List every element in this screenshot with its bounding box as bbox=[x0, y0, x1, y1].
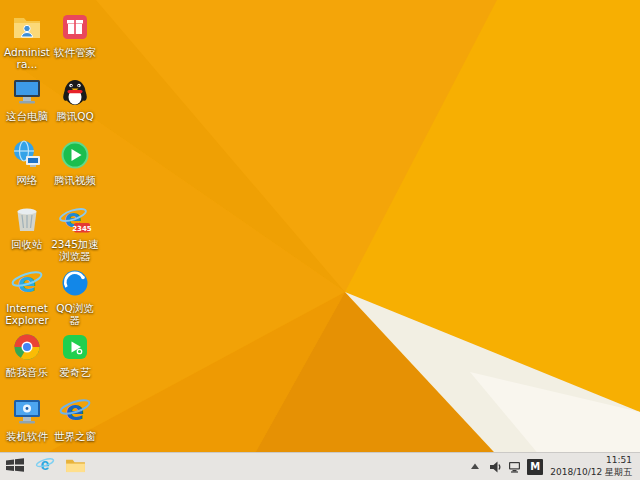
desktop-icon-administrator[interactable]: Administra... bbox=[3, 10, 51, 70]
start-button[interactable] bbox=[0, 453, 30, 480]
desktop-icon-pc-software[interactable]: 装机软件 bbox=[3, 394, 51, 442]
internet-explorer-icon: e bbox=[10, 266, 44, 300]
icon-label: 软件管家 bbox=[51, 46, 99, 58]
icon-label: 世界之窗 bbox=[51, 430, 99, 442]
desktop-icon-internet-explorer[interactable]: e Internet Explorer bbox=[3, 266, 51, 326]
desktop-icon-world-window[interactable]: e 世界之窗 bbox=[51, 394, 99, 442]
world-window-icon: e bbox=[58, 394, 92, 428]
taskbar-clock[interactable]: 11:51 2018/10/12 星期五 bbox=[547, 455, 635, 478]
icon-label: 装机软件 bbox=[3, 430, 51, 442]
windows-logo-icon bbox=[6, 458, 24, 475]
qq-browser-icon bbox=[58, 266, 92, 300]
taskbar-file-explorer-button[interactable] bbox=[60, 453, 90, 480]
icon-label: 这台电脑 bbox=[3, 110, 51, 122]
taskbar-internet-explorer-button[interactable]: e bbox=[30, 453, 60, 480]
folder-icon bbox=[65, 457, 86, 477]
icon-label: 2345加速浏览器 bbox=[51, 238, 99, 262]
tencent-video-icon bbox=[58, 138, 92, 172]
desktop-icon-music[interactable]: 酷我音乐 bbox=[3, 330, 51, 378]
icon-label: 爱奇艺 bbox=[51, 366, 99, 378]
desktop-icon-2345-browser[interactable]: e 2345 2345加速浏览器 bbox=[51, 202, 99, 262]
iqiyi-icon bbox=[58, 330, 92, 364]
icon-label: Internet Explorer bbox=[3, 302, 51, 326]
desktop-icon-tencent-video[interactable]: 腾讯视频 bbox=[51, 138, 99, 186]
network-icon bbox=[10, 138, 44, 172]
desktop-icon-network[interactable]: 网络 bbox=[3, 138, 51, 186]
hidden-icons-chevron[interactable] bbox=[467, 458, 483, 476]
user-files-icon bbox=[10, 10, 44, 44]
desktop-icon-iqiyi[interactable]: 爱奇艺 bbox=[51, 330, 99, 378]
recycle-bin-icon bbox=[10, 202, 44, 236]
desktop-screen: Administra... 这台电脑 网络 bbox=[0, 0, 640, 480]
icon-label: 酷我音乐 bbox=[3, 366, 51, 378]
clock-time: 11:51 bbox=[550, 455, 632, 466]
desktop-icon-qq-browser[interactable]: QQ浏览器 bbox=[51, 266, 99, 326]
input-method-indicator[interactable]: M bbox=[527, 459, 543, 475]
system-tray: M 11:51 2018/10/12 星期五 bbox=[467, 453, 640, 480]
desktop-icon-recycle-bin[interactable]: 回收站 bbox=[3, 202, 51, 250]
tencent-qq-icon bbox=[58, 74, 92, 108]
icon-label: 网络 bbox=[3, 174, 51, 186]
icon-label: Administra... bbox=[3, 46, 51, 70]
icon-label: 回收站 bbox=[3, 238, 51, 250]
music-pinwheel-icon bbox=[10, 330, 44, 364]
desktop-icon-this-pc[interactable]: 这台电脑 bbox=[3, 74, 51, 122]
volume-icon[interactable] bbox=[487, 458, 503, 476]
software-manager-icon bbox=[58, 10, 92, 44]
desktop-icon-software-manager[interactable]: 软件管家 bbox=[51, 10, 99, 58]
desktop-icon-tencent-qq[interactable]: 腾讯QQ bbox=[51, 74, 99, 122]
svg-text:2345: 2345 bbox=[72, 225, 92, 233]
this-pc-icon bbox=[10, 74, 44, 108]
icon-label: 腾讯视频 bbox=[51, 174, 99, 186]
taskbar-left: e bbox=[0, 453, 90, 480]
internet-explorer-icon: e bbox=[35, 455, 55, 478]
pc-software-icon bbox=[10, 394, 44, 428]
icon-label: QQ浏览器 bbox=[51, 302, 99, 326]
taskbar: e bbox=[0, 452, 640, 480]
network-icon[interactable] bbox=[507, 458, 523, 476]
clock-date: 2018/10/12 星期五 bbox=[550, 467, 632, 478]
2345-browser-icon: e 2345 bbox=[58, 202, 92, 236]
icon-label: 腾讯QQ bbox=[51, 110, 99, 122]
